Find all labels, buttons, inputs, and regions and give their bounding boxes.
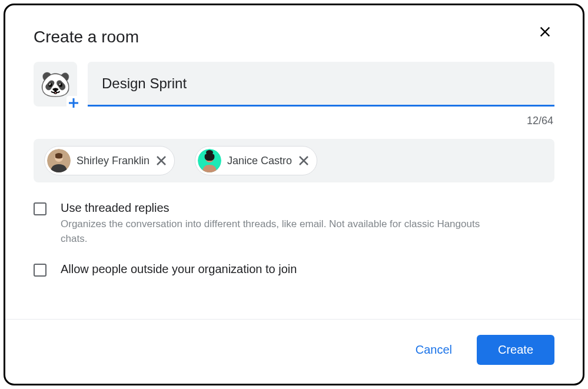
option-label: Allow people outside your organization t… [61, 262, 554, 276]
option-external: Allow people outside your organization t… [34, 262, 554, 278]
add-avatar-badge [67, 96, 81, 110]
plus-icon [67, 96, 81, 110]
external-checkbox[interactable] [34, 264, 46, 277]
option-threaded: Use threaded replies Organizes the conve… [34, 201, 554, 246]
member-chip: Shirley Franklin [44, 146, 175, 175]
options-section: Use threaded replies Organizes the conve… [5, 182, 583, 307]
member-name: Shirley Franklin [77, 155, 150, 167]
option-label: Use threaded replies [61, 201, 554, 215]
members-row[interactable]: Shirley Franklin Janice Castro [34, 139, 554, 182]
close-icon [539, 25, 552, 38]
create-room-dialog: Create a room 🐼 12/64 Shirley Franklin [4, 4, 584, 385]
cancel-button[interactable]: Cancel [407, 337, 460, 363]
member-name: Janice Castro [227, 155, 292, 167]
room-name-input[interactable] [88, 62, 554, 107]
remove-member-button[interactable] [155, 155, 167, 167]
option-help: Organizes the conversation into differen… [61, 217, 484, 246]
dialog-title: Create a room [34, 28, 139, 46]
panda-icon: 🐼 [40, 72, 71, 97]
remove-member-button[interactable] [298, 155, 310, 167]
room-name-field-wrap [88, 62, 554, 107]
name-row: 🐼 [5, 54, 583, 107]
create-button[interactable]: Create [477, 335, 554, 365]
room-avatar-picker[interactable]: 🐼 [34, 62, 77, 107]
close-icon [298, 155, 310, 167]
close-icon [155, 155, 167, 167]
avatar [198, 149, 221, 172]
dialog-footer: Cancel Create [5, 319, 583, 384]
member-chip: Janice Castro [195, 146, 317, 175]
close-button[interactable] [536, 22, 554, 41]
threaded-checkbox[interactable] [34, 202, 46, 215]
svg-point-4 [206, 150, 213, 155]
dialog-header: Create a room [5, 5, 583, 54]
char-counter: 12/64 [5, 107, 583, 127]
avatar [47, 149, 71, 172]
